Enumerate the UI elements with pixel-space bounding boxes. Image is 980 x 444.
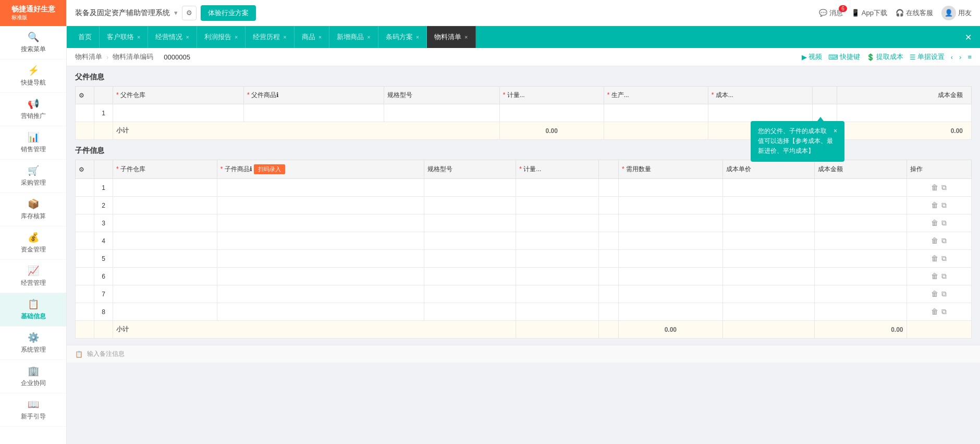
delete-icon-row1[interactable]: 🗑: [931, 183, 938, 192]
sidebar-item-finance[interactable]: 💰 资金管理: [0, 226, 66, 260]
sidebar-item-guide[interactable]: 📖 新手引导: [0, 393, 66, 427]
child-row1-goods[interactable]: [217, 179, 424, 197]
copy-icon-row4[interactable]: ⧉: [941, 236, 947, 245]
tab-operations-status[interactable]: 经营情况 ×: [148, 26, 197, 48]
view-btn[interactable]: ▶ 视频: [802, 52, 822, 62]
message-badge-item[interactable]: 💬 消息 6: [819, 8, 843, 18]
tab-customer[interactable]: 客户联络 ×: [100, 26, 148, 48]
child-row8-unit[interactable]: [516, 303, 599, 321]
app-download-item[interactable]: 📱 App下载: [851, 8, 887, 18]
child-row1-unit-cost[interactable]: [722, 179, 814, 197]
delete-icon-row4[interactable]: 🗑: [931, 236, 938, 245]
copy-icon-row1[interactable]: ⧉: [941, 183, 947, 192]
child-row3-needed[interactable]: [619, 214, 723, 232]
extract-cost-btn[interactable]: 💲 提取成本: [866, 52, 903, 62]
delete-icon-row6[interactable]: 🗑: [931, 272, 938, 281]
child-row5-goods[interactable]: [217, 250, 424, 268]
online-service-item[interactable]: 🎧 在线客服: [896, 8, 933, 18]
menu-icon[interactable]: ≡: [967, 53, 972, 61]
tab-bom-close[interactable]: ×: [464, 34, 468, 40]
child-row5-unit[interactable]: [516, 250, 599, 268]
child-row4-unit[interactable]: [516, 232, 599, 250]
child-row8-warehouse[interactable]: [113, 303, 217, 321]
nav-next[interactable]: ›: [959, 53, 961, 61]
sidebar-item-search[interactable]: 🔍 搜索菜单: [0, 26, 66, 59]
sidebar-item-enterprise[interactable]: 🏢 企业协同: [0, 360, 66, 393]
child-row4-spec[interactable]: [424, 232, 516, 250]
child-row2-needed[interactable]: [619, 197, 723, 214]
child-row8-unit-cost[interactable]: [722, 303, 814, 321]
child-row4-goods[interactable]: [217, 232, 424, 250]
child-row7-unit-cost[interactable]: [722, 285, 814, 303]
gear-button[interactable]: ⚙: [182, 6, 197, 20]
parent-row1-produce[interactable]: [604, 104, 708, 122]
child-row1-needed[interactable]: [619, 179, 723, 197]
copy-icon-row2[interactable]: ⧉: [941, 201, 947, 210]
sys-dropdown-arrow[interactable]: ▾: [174, 9, 178, 17]
tab-new-goods[interactable]: 新增商品 ×: [329, 26, 378, 48]
copy-icon-row3[interactable]: ⧉: [941, 219, 947, 227]
tab-home[interactable]: 首页: [71, 26, 100, 48]
notes-text[interactable]: 输入备注信息: [87, 350, 125, 358]
child-row2-spec[interactable]: [424, 197, 516, 214]
child-row7-needed[interactable]: [619, 285, 723, 303]
child-row5-needed[interactable]: [619, 250, 723, 268]
child-row7-goods[interactable]: [217, 285, 424, 303]
tab-customer-close[interactable]: ×: [137, 34, 140, 40]
breadcrumb-bom-code[interactable]: 物料清单编码: [113, 52, 153, 62]
parent-row1-spec[interactable]: [384, 104, 499, 122]
child-row3-unit-cost[interactable]: [722, 214, 814, 232]
tooltip-close[interactable]: ×: [834, 126, 837, 136]
child-row3-goods[interactable]: [217, 214, 424, 232]
tab-history[interactable]: 经营历程 ×: [246, 26, 294, 48]
tab-new-goods-close[interactable]: ×: [367, 34, 370, 40]
child-row5-warehouse[interactable]: [113, 250, 217, 268]
sidebar-item-basic-info[interactable]: 📋 基础信息: [0, 293, 66, 327]
child-row5-unit-cost[interactable]: [722, 250, 814, 268]
parent-row1-warehouse[interactable]: [113, 104, 244, 122]
sidebar-item-system[interactable]: ⚙️ 系统管理: [0, 327, 66, 360]
child-row4-unit-cost[interactable]: [722, 232, 814, 250]
child-row6-warehouse[interactable]: [113, 268, 217, 285]
copy-icon-row5[interactable]: ⧉: [941, 254, 947, 263]
tab-profit[interactable]: 利润报告 ×: [197, 26, 246, 48]
child-row3-warehouse[interactable]: [113, 214, 217, 232]
child-row2-unit[interactable]: [516, 197, 599, 214]
shortcut-btn[interactable]: ⌨ 快捷键: [828, 52, 860, 62]
sidebar-item-purchase[interactable]: 🛒 采购管理: [0, 160, 66, 193]
child-row6-needed[interactable]: [619, 268, 723, 285]
delete-icon-row3[interactable]: 🗑: [931, 219, 938, 227]
scan-button[interactable]: 扫码录入: [254, 164, 285, 174]
child-row7-spec[interactable]: [424, 285, 516, 303]
nav-prev[interactable]: ‹: [951, 53, 953, 61]
try-button[interactable]: 体验行业方案: [201, 5, 256, 21]
tab-history-close[interactable]: ×: [283, 34, 286, 40]
single-settings-btn[interactable]: ☰ 单据设置: [910, 52, 945, 62]
delete-icon-row2[interactable]: 🗑: [931, 201, 938, 210]
breadcrumb-bom[interactable]: 物料清单: [75, 52, 102, 62]
child-row4-needed[interactable]: [619, 232, 723, 250]
child-row4-warehouse[interactable]: [113, 232, 217, 250]
tab-bom[interactable]: 物料清单 ×: [427, 26, 475, 48]
tab-operations-status-close[interactable]: ×: [186, 34, 189, 40]
child-row3-unit[interactable]: [516, 214, 599, 232]
child-row1-unit[interactable]: [516, 179, 599, 197]
child-row6-unit[interactable]: [516, 268, 599, 285]
close-all-tabs[interactable]: ✕: [961, 32, 976, 42]
user-item[interactable]: 👤 用友: [941, 6, 972, 20]
copy-icon-row6[interactable]: ⧉: [941, 272, 947, 281]
delete-icon-row8[interactable]: 🗑: [931, 307, 938, 316]
child-row6-goods[interactable]: [217, 268, 424, 285]
child-row6-unit-cost[interactable]: [722, 268, 814, 285]
child-row6-spec[interactable]: [424, 268, 516, 285]
child-row2-unit-cost[interactable]: [722, 197, 814, 214]
copy-icon-row8[interactable]: ⧉: [941, 307, 947, 316]
sidebar-item-sales[interactable]: 📊 销售管理: [0, 126, 66, 160]
child-row1-warehouse[interactable]: [113, 179, 217, 197]
sidebar-item-operations[interactable]: 📈 经营管理: [0, 260, 66, 293]
child-row8-spec[interactable]: [424, 303, 516, 321]
sidebar-item-quick-nav[interactable]: ⚡ 快捷导航: [0, 59, 66, 93]
tab-profit-close[interactable]: ×: [235, 34, 238, 40]
tab-barcode[interactable]: 条码方案 ×: [378, 26, 427, 48]
child-row5-spec[interactable]: [424, 250, 516, 268]
